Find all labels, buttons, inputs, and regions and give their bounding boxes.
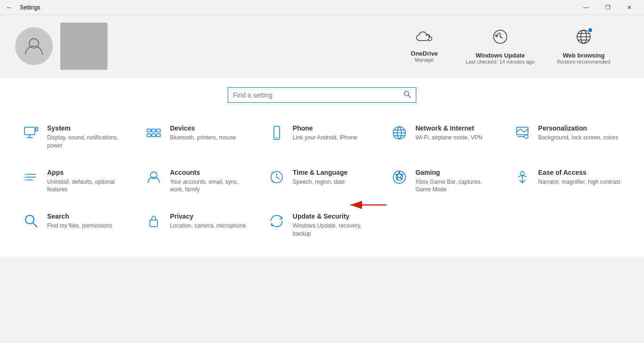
settings-item-title: Devices [170, 124, 236, 132]
titlebar-controls: — ❐ ✕ [575, 0, 640, 15]
settings-item-title: Gaming [415, 169, 498, 176]
svg-point-38 [520, 172, 524, 175]
search-box [228, 87, 416, 103]
settings-item-network[interactable]: Network & Internet Wi-Fi, airplane mode,… [383, 115, 506, 159]
titlebar-left: ← Settings [4, 1, 40, 14]
search-input[interactable] [233, 91, 404, 99]
avatar[interactable] [15, 27, 53, 65]
settings-item-desc: Your accounts, email, sync, work, family [170, 178, 253, 194]
personalization-icon [514, 125, 531, 144]
settings-grid: System Display, sound, notifications, po… [15, 115, 629, 247]
settings-item-title: Privacy [170, 212, 246, 220]
svg-marker-37 [396, 172, 403, 179]
settings-item-desc: Display, sound, notifications, power [47, 134, 130, 150]
settings-item-desc: Location, camera, microphone [170, 222, 246, 230]
settings-item-desc: Wi-Fi, airplane mode, VPN [415, 134, 482, 142]
settings-item-desc: Uninstall, defaults, optional features [47, 178, 130, 194]
svg-rect-17 [157, 129, 160, 132]
settings-item-title: Phone [293, 124, 357, 132]
settings-item-title: Apps [47, 169, 130, 176]
maximize-button[interactable]: ❐ [597, 0, 619, 15]
phone-icon [268, 125, 285, 144]
profile-section [15, 23, 405, 70]
ease-icon [514, 170, 531, 188]
avatar-icon [23, 35, 45, 57]
titlebar: ← Settings — ❐ ✕ [0, 0, 644, 15]
settings-item-title: System [47, 124, 130, 132]
titlebar-title: Settings [20, 4, 40, 11]
onedrive-icon [416, 30, 433, 47]
settings-item-title: Personalization [538, 124, 619, 132]
network-icon [391, 125, 408, 144]
svg-rect-14 [147, 134, 151, 137]
svg-rect-15 [152, 129, 156, 132]
settings-item-title: Ease of Access [538, 169, 620, 176]
header-shortcuts: OneDrive Manage Windows Update Last chec… [405, 28, 629, 65]
settings-item-personalization[interactable]: Personalization Background, lock screen,… [506, 115, 629, 159]
main-content: System Display, sound, notifications, po… [0, 110, 644, 257]
privacy-icon [145, 213, 162, 232]
avatar-photo[interactable] [60, 23, 107, 70]
update-icon [268, 213, 285, 232]
gaming-icon [391, 170, 408, 188]
settings-item-desc: Find my files, permissions [47, 222, 112, 230]
devices-icon [145, 125, 162, 144]
settings-item-title: Search [47, 212, 112, 220]
settings-item-update[interactable]: Update & Security Windows Update, recove… [261, 203, 383, 247]
header: OneDrive Manage Windows Update Last chec… [0, 15, 644, 78]
svg-line-40 [33, 223, 37, 227]
settings-item-desc: Background, lock screen, colors [538, 134, 619, 142]
system-icon [23, 125, 40, 144]
settings-item-desc: Speech, region, date [293, 178, 347, 186]
settings-item-system[interactable]: System Display, sound, notifications, po… [15, 115, 138, 159]
settings-item-title: Update & Security [293, 212, 376, 220]
windows-update-shortcut[interactable]: Windows Update Last checked: 14 minutes … [466, 28, 535, 65]
time-icon [268, 170, 285, 188]
svg-rect-16 [152, 134, 156, 137]
settings-item-ease[interactable]: Ease of Access Narrator, magnifier, high… [506, 159, 629, 204]
settings-item-search[interactable]: Search Find my files, permissions [15, 203, 138, 247]
web-browsing-icon [575, 28, 592, 49]
svg-point-26 [524, 135, 528, 139]
settings-item-desc: Link your Android, iPhone [293, 134, 357, 142]
settings-item-apps[interactable]: Apps Uninstall, defaults, optional featu… [15, 159, 138, 204]
search-section [0, 78, 644, 110]
web-browsing-badge [587, 27, 593, 33]
onedrive-shortcut[interactable]: OneDrive Manage [405, 30, 443, 63]
svg-point-7 [405, 91, 409, 96]
settings-item-desc: Xbox Game Bar, captures, Game Mode [415, 178, 498, 194]
windows-update-label: Windows Update [476, 52, 525, 59]
settings-item-devices[interactable]: Devices Bluetooth, printers, mouse [138, 115, 260, 159]
settings-item-accounts[interactable]: Accounts Your accounts, email, sync, wor… [138, 159, 260, 204]
settings-item-desc: Narrator, magnifier, high contrast [538, 178, 620, 186]
onedrive-sublabel: Manage [415, 57, 434, 63]
accounts-icon [145, 170, 162, 188]
settings-item-title: Time & Language [293, 169, 347, 176]
settings-item-title: Network & Internet [415, 124, 482, 132]
settings-item-gaming[interactable]: Gaming Xbox Game Bar, captures, Game Mod… [383, 159, 506, 204]
onedrive-label: OneDrive [411, 50, 438, 57]
settings-item-desc: Windows Update, recovery, backup [293, 222, 376, 238]
settings-item-privacy[interactable]: Privacy Location, camera, microphone [138, 203, 260, 247]
windows-update-icon [492, 28, 509, 49]
minimize-button[interactable]: — [575, 0, 597, 15]
svg-rect-12 [36, 127, 38, 131]
settings-item-phone[interactable]: Phone Link your Android, iPhone [261, 115, 383, 159]
close-button[interactable]: ✕ [619, 0, 640, 15]
search-button[interactable] [404, 90, 411, 99]
svg-rect-9 [25, 127, 35, 135]
svg-line-8 [408, 95, 411, 98]
settings-item-title: Accounts [170, 169, 253, 176]
search-icon [404, 90, 411, 98]
web-browsing-shortcut[interactable]: Web browsing Restore recommended [557, 28, 610, 65]
back-button[interactable]: ← [4, 1, 15, 14]
apps-icon [23, 170, 40, 188]
windows-update-sublabel: Last checked: 14 minutes ago [466, 59, 535, 65]
svg-rect-13 [147, 129, 151, 132]
search-icon [23, 213, 40, 232]
web-browsing-sublabel: Restore recommended [557, 59, 610, 65]
web-browsing-label: Web browsing [563, 52, 605, 59]
svg-rect-18 [157, 134, 160, 137]
svg-point-39 [25, 215, 34, 224]
settings-item-time[interactable]: Time & Language Speech, region, date [261, 159, 383, 204]
